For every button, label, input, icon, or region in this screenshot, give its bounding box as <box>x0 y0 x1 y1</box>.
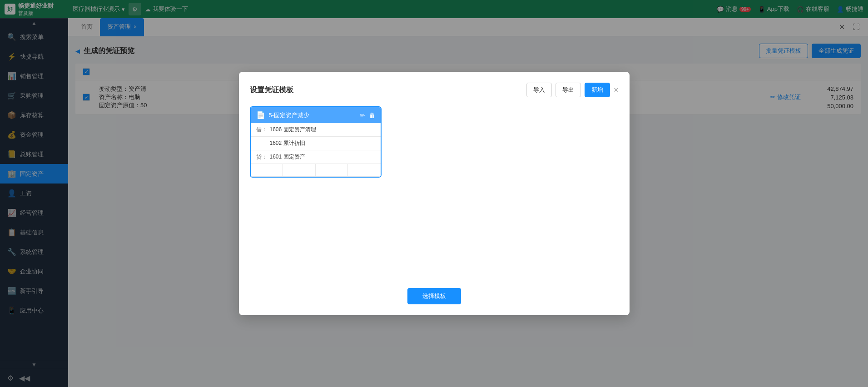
template-row-3-direction: 贷： <box>256 153 270 161</box>
template-card: 📄 5-固定资产减少 ✏ 🗑 借： 1606 固定资产清理 1602 累计 <box>250 106 382 178</box>
modal-footer: 选择模板 <box>250 288 619 304</box>
template-row-1-direction: 借： <box>256 126 270 134</box>
template-row-2: 1602 累计折旧 <box>251 137 381 150</box>
empty-cell-1 <box>251 164 283 176</box>
new-button[interactable]: 新增 <box>585 83 610 97</box>
modal-actions: 导入 导出 新增 <box>526 83 610 97</box>
template-row-1: 借： 1606 固定资产清理 <box>251 123 381 137</box>
modal-body: 📄 5-固定资产减少 ✏ 🗑 借： 1606 固定资产清理 1602 累计 <box>250 106 619 279</box>
template-doc-icon: 📄 <box>256 111 265 119</box>
template-card-actions: ✏ 🗑 <box>360 112 375 119</box>
modal-close-button[interactable]: × <box>614 85 619 95</box>
import-button[interactable]: 导入 <box>526 83 552 97</box>
template-card-header: 📄 5-固定资产减少 ✏ 🗑 <box>251 107 381 123</box>
export-button[interactable]: 导出 <box>556 83 581 97</box>
empty-cell-4 <box>348 164 381 176</box>
template-edit-icon[interactable]: ✏ <box>360 112 365 119</box>
template-delete-icon[interactable]: 🗑 <box>369 112 375 119</box>
empty-cell-2 <box>283 164 316 176</box>
template-card-header-left: 📄 5-固定资产减少 <box>256 111 310 119</box>
modal-title: 设置凭证模板 <box>250 85 293 95</box>
voucher-template-modal: 设置凭证模板 导入 导出 新增 × 📄 5-固定资产减少 ✏ 🗑 <box>239 72 630 315</box>
empty-cell-3 <box>316 164 348 176</box>
template-row-3-account: 1601 固定资产 <box>270 153 317 161</box>
template-empty-row <box>251 164 381 177</box>
template-row-1-account: 1606 固定资产清理 <box>270 126 317 134</box>
template-row-3: 贷： 1601 固定资产 <box>251 150 381 164</box>
template-row-2-account: 1602 累计折旧 <box>270 139 317 147</box>
modal-header: 设置凭证模板 导入 导出 新增 × <box>250 83 619 97</box>
template-card-body: 借： 1606 固定资产清理 1602 累计折旧 贷： 1601 固定资产 <box>251 123 381 177</box>
template-name: 5-固定资产减少 <box>269 111 310 119</box>
select-template-button[interactable]: 选择模板 <box>407 288 461 304</box>
